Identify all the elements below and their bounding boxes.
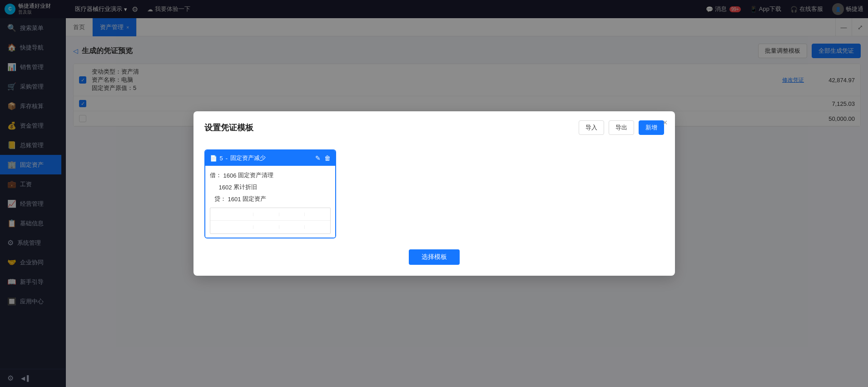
entry-2-account: 累计折旧 [233,183,257,191]
entry-1-label: 借： [210,171,222,179]
template-separator: - [226,155,228,162]
content-area: 首页 资产管理 × — ⤢ ◁ 生成的凭证预览 批量调整模板 全部生成凭证 [66,18,868,387]
template-name: 固定资产减少 [230,154,266,162]
template-delete-btn[interactable]: 🗑 [324,154,331,162]
template-id: 5 [220,155,223,162]
grid-cell-2-2 [253,225,279,229]
template-card-body: 借： 1606 固定资产清理 1602 累计折旧 贷： [205,166,335,238]
template-card-header: 📄 5 - 固定资产减少 ✎ 🗑 [205,150,335,166]
import-btn[interactable]: 导入 [579,120,604,135]
entry-3-label: 贷： [214,195,226,203]
template-edit-btn[interactable]: ✎ [315,154,321,162]
template-card-actions: ✎ 🗑 [315,154,331,162]
export-btn[interactable]: 导出 [609,120,634,135]
modal-close-btn[interactable]: × [663,119,668,127]
new-btn[interactable]: 新增 [639,120,664,135]
page-content: ◁ 生成的凭证预览 批量调整模板 全部生成凭证 ✓ 变动类型：资产清 资产名称：… [66,36,868,387]
grid-cell-1-4 [305,213,330,216]
grid-cell-1-2 [253,213,279,216]
template-doc-icon: 📄 [210,155,217,162]
modal-title: 设置凭证模板 [204,122,579,133]
modal-overlay: 设置凭证模板 导入 导出 新增 × 📄 [66,36,868,387]
entry-3-code: 1601 [228,196,241,203]
entry-2-code: 1602 [219,184,232,191]
modal: 设置凭证模板 导入 导出 新增 × 📄 [193,111,675,276]
modal-header-actions: 导入 导出 新增 [579,120,664,135]
template-entry-2: 1602 累计折旧 [210,181,331,193]
main-layout: 🔍 搜索菜单 🏠 快捷导航 📊 销售管理 🛒 采购管理 📦 库存核算 💰 资金管… [0,18,868,387]
template-grid-row-2 [210,221,330,233]
grid-cell-2-1 [210,225,254,229]
template-entry-3: 贷： 1601 固定资产 [210,193,331,205]
modal-header: 设置凭证模板 导入 导出 新增 × [193,111,675,142]
modal-body: 📄 5 - 固定资产减少 ✎ 🗑 [193,142,675,276]
grid-cell-1-1 [210,213,254,216]
grid-cell-2-4 [305,225,330,229]
template-card: 📄 5 - 固定资产减少 ✎ 🗑 [204,149,336,238]
template-entry-1: 借： 1606 固定资产清理 [210,169,331,181]
template-grid [210,208,331,234]
entry-1-account: 固定资产清理 [238,171,273,179]
template-grid-row-1 [210,208,330,221]
entry-3-account: 固定资产 [243,195,266,203]
grid-cell-2-3 [279,225,305,229]
grid-cell-1-3 [279,213,305,216]
choose-template-btn[interactable]: 选择模板 [409,249,460,265]
entry-1-code: 1606 [223,172,237,179]
